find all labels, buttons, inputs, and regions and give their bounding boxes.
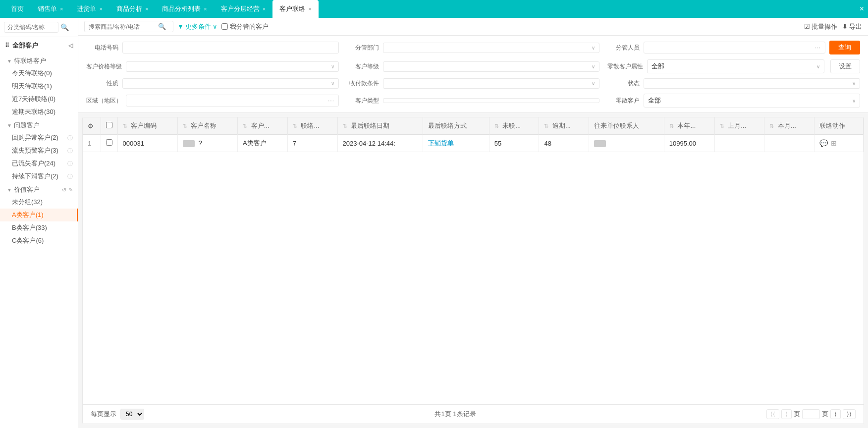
chevron-level-icon: ∨ [592, 64, 595, 69]
sidebar-item-overdue[interactable]: 逾期未联络(30) [0, 106, 78, 118]
nav-close-sales[interactable]: × [60, 6, 63, 12]
nav-customer-segment[interactable]: 客户分层经营 × [214, 0, 272, 18]
filter-phone-input[interactable] [122, 42, 339, 54]
filter-status-row: 状态 ∨ [607, 78, 860, 89]
info-icon-1[interactable]: ⓘ [67, 134, 73, 142]
filter-nature-label: 性质 [86, 79, 118, 88]
info-icon-2[interactable]: ⓘ [67, 147, 73, 155]
last-method-link[interactable]: 下销货单 [428, 139, 454, 147]
col-overdue-header: ⇅ 逾期... [539, 117, 589, 135]
row-type: A类客户 [238, 135, 288, 152]
per-page-label: 每页显示 [91, 410, 116, 419]
filter-dept-select[interactable]: ∨ [383, 43, 599, 53]
sidebar-section-problem[interactable]: ▼ 问题客户 [0, 118, 78, 131]
sidebar-item-ungrouped[interactable]: 未分组(32) [0, 196, 78, 209]
filter-nature-row: 性质 ∨ [86, 78, 339, 89]
pagination-total: 共1页 1条记录 [434, 410, 476, 419]
collapse-icon[interactable]: ◁ [68, 42, 73, 49]
settings-button[interactable]: 设置 [830, 59, 860, 73]
toolbar-right: ☑ 批量操作 ⬇ 导出 [804, 22, 862, 31]
chevron-status-icon: ∨ [852, 81, 856, 86]
content-area: 🔍 ▼ 更多条件 ∨ 我分管的客户 ☑ 批量操作 ⬇ 导出 [78, 18, 868, 428]
filter-customer-level-row: 客户等级 ∨ [347, 59, 599, 73]
sidebar-search-area: 🔍 [0, 18, 78, 37]
nav-purchase[interactable]: 进货单 × [70, 0, 109, 18]
filter-region-select[interactable]: ··· [126, 95, 339, 107]
batch-op-button[interactable]: ☑ 批量操作 [804, 22, 837, 31]
sidebar-item-churn-warning[interactable]: 流失预警客户(3) ⓘ [0, 144, 78, 157]
sidebar-item-today[interactable]: 今天待联络(0) [0, 67, 78, 80]
filter-price-level-select[interactable]: ∨ [126, 61, 339, 72]
query-button[interactable]: 查询 [829, 41, 860, 54]
col-this-year-header: ⇅ 本年... [664, 117, 714, 135]
col-sort-icon-6: ⇅ [494, 123, 499, 129]
filter-nature-select[interactable]: ∨ [122, 78, 339, 89]
sidebar-item-repurchase-abnormal[interactable]: 回购异常客户(2) ⓘ [0, 131, 78, 144]
filter-panel: 电话号码 分管部门 ∨ 分管人员 ··· 查询 客户价格等级 [78, 36, 868, 113]
row-action-chat-icon[interactable]: 💬 [819, 139, 828, 147]
row-checkbox[interactable] [106, 139, 112, 146]
last-page-button[interactable]: ⟩⟩ [843, 409, 856, 419]
filter-person-select[interactable]: ··· [644, 42, 825, 54]
next-page-button[interactable]: ⟩ [830, 409, 841, 419]
sidebar: 🔍 ⠿ 全部客户 ◁ ▼ 待联络客户 今天待联络(0) 明天待联络(1) 近7天… [0, 18, 78, 428]
first-page-button[interactable]: ⟨⟨ [766, 409, 779, 419]
filter-retail-attr-select[interactable]: 全部 ∨ [647, 59, 824, 73]
filter-person-label: 分管人员 [607, 44, 640, 52]
filter-status-label: 状态 [607, 79, 640, 88]
sidebar-all-customers[interactable]: ⠿ 全部客户 ◁ [0, 37, 78, 54]
close-all-tabs-button[interactable]: × [860, 4, 864, 13]
col-sort-icon-9: ⇅ [720, 123, 724, 129]
more-filter-button[interactable]: ▼ 更多条件 ∨ [177, 22, 217, 31]
prev-page-button[interactable]: ⟨ [781, 409, 792, 419]
nav-close-customer-contact[interactable]: × [308, 6, 311, 12]
nav-close-purchase[interactable]: × [99, 6, 102, 12]
export-icon: ⬇ [842, 23, 848, 30]
filter-retail-customer-select[interactable]: 全部 ∨ [644, 94, 860, 107]
nav-customer-contact[interactable]: 客户联络 × [272, 0, 318, 18]
info-icon-4[interactable]: ⓘ [67, 173, 73, 180]
sidebar-section-pending[interactable]: ▼ 待联络客户 [0, 54, 78, 67]
sidebar-item-c-class[interactable]: C类客户(6) [0, 234, 78, 247]
export-button[interactable]: ⬇ 导出 [842, 22, 862, 31]
table-wrap[interactable]: ⚙ ⇅ 客户编码 ⇅ 客户名称 [83, 117, 864, 404]
section-refresh-icon[interactable]: ↺ [62, 187, 66, 193]
nav-close-product-analysis[interactable]: × [145, 6, 148, 12]
info-icon-3[interactable]: ⓘ [67, 160, 73, 167]
sidebar-item-churned[interactable]: 已流失客户(24) ⓘ [0, 157, 78, 170]
row-action-qr-icon[interactable]: ⊞ [831, 139, 837, 147]
nav-close-customer-segment[interactable]: × [263, 6, 266, 12]
arrow-icon: ▼ [7, 58, 12, 64]
sidebar-item-tomorrow[interactable]: 明天待联络(1) [0, 80, 78, 93]
nav-close-product-analysis-list[interactable]: × [204, 6, 207, 12]
filter-customer-type-select[interactable] [383, 98, 599, 103]
sidebar-search-icon[interactable]: 🔍 [60, 23, 69, 31]
nav-sales[interactable]: 销售单 × [31, 0, 70, 18]
settings-col-icon[interactable]: ⚙ [88, 122, 94, 130]
col-settings[interactable]: ⚙ [83, 117, 101, 135]
filter-payment-select[interactable]: ∨ [383, 78, 599, 89]
nav-product-analysis-list[interactable]: 商品分析列表 × [155, 0, 214, 18]
sidebar-item-7days[interactable]: 近7天待联络(0) [0, 93, 78, 106]
page-label-2: 页 [822, 410, 828, 419]
select-all-checkbox[interactable] [106, 122, 112, 128]
sidebar-item-declining[interactable]: 持续下滑客户(2) ⓘ [0, 170, 78, 183]
table-row: 1 000031 ? A类客户 7 2023-04-12 14:44 [83, 135, 864, 152]
per-page-select[interactable]: 50 [120, 409, 144, 420]
filter-customer-level-select[interactable]: ∨ [383, 61, 599, 72]
page-number-input[interactable]: 1 [802, 409, 820, 419]
toolbar-search-input[interactable] [89, 23, 158, 30]
filter-price-level-label: 客户价格等级 [86, 62, 122, 71]
nav-home[interactable]: 首页 [4, 0, 31, 18]
row-last-method[interactable]: 下销货单 [423, 135, 489, 152]
sidebar-item-a-class[interactable]: A类客户(1) [0, 209, 78, 221]
my-customer-checkbox[interactable] [221, 23, 228, 30]
row-no-contact: 55 [489, 135, 539, 152]
sidebar-search-input[interactable] [4, 22, 58, 33]
nav-product-analysis[interactable]: 商品分析 × [109, 0, 155, 18]
toolbar-search-icon[interactable]: 🔍 [158, 23, 166, 30]
sidebar-item-b-class[interactable]: B类客户(33) [0, 221, 78, 234]
sidebar-section-value[interactable]: ▼ 价值客户 ↺ ✎ [0, 183, 78, 196]
section-edit-icon[interactable]: ✎ [68, 187, 73, 193]
filter-status-select[interactable]: ∨ [644, 78, 860, 89]
